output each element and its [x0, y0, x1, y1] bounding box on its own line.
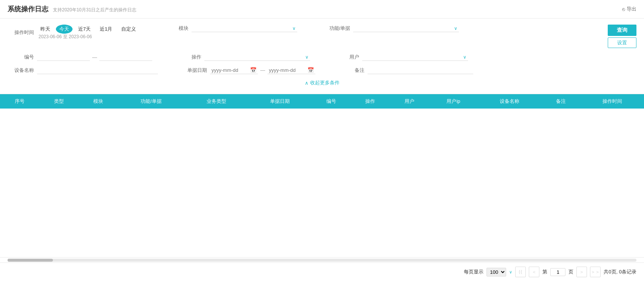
collapse-up-icon: ∧ [305, 80, 309, 86]
empty-area [0, 109, 644, 237]
function-label: 功能/单据 [320, 25, 350, 32]
time-btn-custom[interactable]: 自定义 [118, 25, 139, 34]
operation-filter: 操作 ∨ [175, 53, 310, 61]
time-range-text: 2023-06-06 至 2023-06-06 [39, 34, 139, 40]
table-header-row: 序号 类型 模块 功能/单据 业务类型 单据日期 编号 操作 用户 用户ip 设… [0, 94, 644, 109]
user-select-wrapper: ∨ [362, 53, 468, 61]
settings-button[interactable]: 设置 [608, 37, 636, 48]
col-voucher-date: 单据日期 [248, 94, 312, 109]
col-number: 编号 [312, 94, 351, 109]
page-title: 系统操作日志 [8, 5, 48, 14]
time-btn-1month[interactable]: 近1月 [96, 25, 116, 34]
date-start-input[interactable] [212, 67, 249, 73]
scrollbar-area[interactable] [0, 257, 644, 262]
chevron-down-icon: ∨ [509, 270, 512, 275]
scrollbar-thumb[interactable] [8, 259, 53, 262]
filter-area: 操作时间 昨天 今天 近7天 近1月 自定义 2023-06-06 至 2023… [0, 19, 644, 94]
module-select[interactable] [192, 25, 297, 32]
number-dash: — [92, 54, 97, 60]
date-start-wrapper: 📅 [210, 66, 258, 74]
header-left: 系统操作日志 支持2020年10月31日之后产生的操作日志 [8, 5, 136, 14]
export-icon: ⎋ [622, 6, 625, 12]
calendar-start-icon[interactable]: 📅 [250, 67, 256, 73]
date-dash: — [260, 67, 265, 73]
device-filter: 设备名称 [8, 67, 158, 74]
filter-row-2: 编号 — 操作 ∨ 用户 [8, 53, 636, 61]
last-page-button[interactable]: ＞＞ [590, 267, 601, 277]
voucher-date-label: 单据日期 [181, 67, 207, 74]
per-page-select[interactable]: 100 10 20 50 200 [486, 268, 506, 276]
next-page-button[interactable]: ＞ [576, 267, 587, 277]
col-biz-type: 业务类型 [184, 94, 248, 109]
remark-label: 备注 [338, 67, 364, 74]
per-page-label: 每页显示 [464, 269, 483, 275]
collapse-bar: ∧ 收起更多条件 [8, 77, 636, 88]
collapse-label: 收起更多条件 [310, 79, 340, 86]
table-area: 序号 类型 模块 功能/单据 业务类型 单据日期 编号 操作 用户 用户ip 设… [0, 94, 644, 257]
device-label: 设备名称 [8, 67, 34, 74]
export-button[interactable]: ⎋ 导出 [622, 6, 636, 12]
page-number-input[interactable] [550, 268, 565, 276]
filter-row-3: 设备名称 单据日期 📅 — 📅 备注 [8, 66, 636, 74]
time-label: 操作时间 [8, 29, 34, 36]
data-table: 序号 类型 模块 功能/单据 业务类型 单据日期 编号 操作 用户 用户ip 设… [0, 94, 644, 109]
col-remark: 备注 [541, 94, 581, 109]
col-seq: 序号 [0, 94, 39, 109]
module-label: 模块 [162, 25, 188, 32]
pagination: 每页显示 100 10 20 50 200 ∨ ⟨⟨ ＜ 第 页 ＞ ＞＞ 共0… [0, 262, 644, 281]
user-select[interactable] [362, 53, 468, 61]
col-module: 模块 [79, 94, 118, 109]
page-subtitle: 支持2020年10月31日之后产生的操作日志 [53, 7, 136, 13]
number-filter: 编号 — [8, 53, 152, 61]
date-end-wrapper: 📅 [267, 66, 315, 74]
time-btn-today[interactable]: 今天 [56, 25, 73, 34]
collapse-button[interactable]: ∧ 收起更多条件 [305, 79, 340, 86]
page-end-label: 页 [568, 269, 573, 275]
table-header: 序号 类型 模块 功能/单据 业务类型 单据日期 编号 操作 用户 用户ip 设… [0, 94, 644, 109]
col-operation: 操作 [351, 94, 390, 109]
module-select-wrapper: ∨ [192, 25, 297, 32]
remark-input[interactable] [368, 67, 473, 74]
time-btn-7days[interactable]: 近7天 [75, 25, 94, 34]
calendar-end-icon[interactable]: 📅 [307, 67, 314, 73]
operation-select[interactable] [204, 53, 310, 61]
col-function: 功能/单据 [117, 94, 184, 109]
scrollbar-track[interactable] [8, 259, 636, 262]
first-page-button[interactable]: ⟨⟨ [515, 267, 526, 277]
time-options: 昨天 今天 近7天 近1月 自定义 [37, 25, 139, 34]
number-start-input[interactable] [37, 53, 90, 61]
total-text: 共0页, 0条记录 [604, 269, 636, 275]
function-select-wrapper: ∨ [353, 25, 459, 32]
action-buttons: 查询 设置 [608, 25, 636, 48]
remark-filter: 备注 [338, 67, 473, 74]
time-btn-yesterday[interactable]: 昨天 [37, 25, 54, 34]
operation-label: 操作 [175, 54, 201, 61]
col-user-ip: 用户ip [429, 94, 478, 109]
page-header: 系统操作日志 支持2020年10月31日之后产生的操作日志 ⎋ 导出 [0, 0, 644, 19]
time-filter: 操作时间 昨天 今天 近7天 近1月 自定义 2023-06-06 至 2023… [8, 25, 139, 40]
operation-select-wrapper: ∨ [204, 53, 310, 61]
col-op-time: 操作时间 [581, 94, 644, 109]
date-end-input[interactable] [269, 67, 307, 73]
query-button[interactable]: 查询 [608, 25, 636, 36]
export-label: 导出 [627, 6, 636, 12]
module-filter: 模块 ∨ [162, 25, 297, 32]
user-filter: 用户 ∨ [333, 53, 468, 61]
prev-page-button[interactable]: ＜ [529, 267, 539, 277]
user-label: 用户 [333, 54, 359, 61]
col-device: 设备名称 [478, 94, 541, 109]
number-label: 编号 [8, 54, 34, 61]
col-type: 类型 [39, 94, 79, 109]
function-filter: 功能/单据 ∨ [320, 25, 459, 32]
device-input[interactable] [37, 67, 158, 74]
page-label: 第 [542, 269, 547, 275]
function-select[interactable] [353, 25, 459, 32]
number-end-input[interactable] [99, 53, 152, 61]
voucher-date-filter: 单据日期 📅 — 📅 [181, 66, 315, 74]
col-user: 用户 [390, 94, 429, 109]
